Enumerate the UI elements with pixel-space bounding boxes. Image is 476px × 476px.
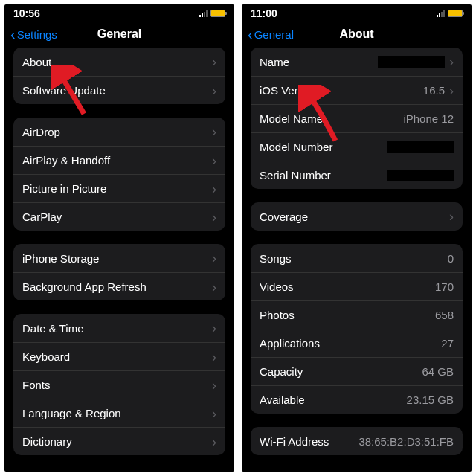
- settings-row[interactable]: CarPlay›: [13, 202, 225, 231]
- settings-row[interactable]: Background App Refresh›: [13, 272, 225, 300]
- row-label: Applications: [260, 337, 320, 350]
- settings-group: Name›iOS Version16.5›Model NameiPhone 12…: [251, 48, 463, 189]
- row-value: [387, 170, 454, 181]
- value-text: 170: [435, 280, 454, 293]
- signal-icon: [437, 10, 445, 17]
- value-text: 64 GB: [422, 365, 454, 378]
- status-bar: 11:00: [242, 4, 472, 21]
- settings-row[interactable]: Songs0: [251, 244, 463, 272]
- row-value: 23.15 GB: [407, 393, 454, 406]
- clock: 10:56: [13, 7, 40, 19]
- chevron-right-icon: ›: [212, 125, 216, 138]
- row-value: ›: [212, 154, 216, 167]
- row-label: Model Name: [260, 112, 323, 125]
- settings-row[interactable]: Wi-Fi Address38:65:B2:D3:51:FB: [251, 427, 463, 455]
- chevron-right-icon: ›: [212, 154, 216, 167]
- row-value: ›: [378, 55, 454, 68]
- row-label: Photos: [260, 309, 295, 321]
- chevron-right-icon: ›: [449, 55, 454, 68]
- row-label: Software Update: [22, 84, 106, 97]
- status-bar: 10:56: [4, 4, 234, 21]
- row-label: Picture in Picture: [22, 182, 106, 195]
- settings-row[interactable]: Name›: [251, 48, 463, 76]
- value-text: 0: [448, 252, 454, 265]
- row-value: 64 GB: [422, 365, 454, 378]
- row-value: ›: [449, 210, 454, 223]
- settings-row[interactable]: Fonts›: [13, 370, 225, 399]
- settings-row[interactable]: Model Number: [251, 132, 463, 161]
- settings-row[interactable]: Coverage›: [251, 202, 463, 231]
- settings-row[interactable]: Model NameiPhone 12: [251, 104, 463, 132]
- settings-group: AirDrop›AirPlay & Handoff›Picture in Pic…: [13, 118, 225, 231]
- row-value: ›: [212, 210, 216, 224]
- value-text: 38:65:B2:D3:51:FB: [358, 435, 454, 448]
- settings-group: iPhone Storage›Background App Refresh›: [13, 244, 225, 300]
- navbar: ‹ General About: [242, 21, 472, 48]
- status-right: [199, 10, 225, 17]
- settings-row[interactable]: Dictionary›: [13, 427, 225, 455]
- battery-icon: [448, 10, 463, 17]
- row-label: Dictionary: [22, 435, 72, 448]
- clock: 11:00: [251, 7, 277, 19]
- content-scroll[interactable]: Name›iOS Version16.5›Model NameiPhone 12…: [242, 48, 472, 472]
- settings-row[interactable]: Capacity64 GB: [251, 357, 463, 385]
- chevron-right-icon: ›: [212, 84, 216, 97]
- settings-row[interactable]: iPhone Storage›: [13, 244, 225, 272]
- content-scroll[interactable]: About›Software Update›AirDrop›AirPlay & …: [4, 48, 234, 472]
- chevron-left-icon: ‹: [248, 27, 253, 42]
- right-screenshot: 11:00 ‹ General About Name›iOS Version16…: [242, 4, 472, 472]
- row-value: ›: [212, 280, 216, 294]
- settings-group: About›Software Update›: [13, 48, 225, 104]
- signal-icon: [199, 10, 208, 17]
- settings-row[interactable]: Language & Region›: [13, 399, 225, 427]
- value-text: iPhone 12: [403, 112, 454, 125]
- row-label: Available: [260, 393, 305, 406]
- chevron-right-icon: ›: [212, 182, 216, 196]
- back-label: Settings: [17, 28, 57, 41]
- row-value: [387, 141, 454, 153]
- settings-row[interactable]: Software Update›: [13, 76, 225, 104]
- status-right: [437, 10, 463, 17]
- settings-row[interactable]: AirDrop›: [13, 118, 225, 146]
- row-label: CarPlay: [22, 210, 62, 223]
- row-label: Date & Time: [22, 322, 84, 335]
- redacted-value: [378, 56, 445, 68]
- chevron-right-icon: ›: [212, 280, 216, 294]
- chevron-left-icon: ‹: [10, 27, 16, 42]
- chevron-right-icon: ›: [449, 84, 454, 97]
- row-value: ›: [212, 182, 216, 196]
- row-value: ›: [212, 55, 216, 68]
- row-value: iPhone 12: [403, 112, 454, 125]
- settings-row[interactable]: About›: [13, 48, 225, 76]
- settings-row[interactable]: Available23.15 GB: [251, 385, 463, 414]
- row-label: AirPlay & Handoff: [22, 154, 110, 167]
- back-button[interactable]: ‹ General: [248, 27, 294, 42]
- settings-row[interactable]: Date & Time›: [13, 314, 225, 342]
- settings-row[interactable]: Videos170: [251, 272, 463, 300]
- row-label: Background App Refresh: [22, 280, 147, 293]
- row-value: ›: [212, 379, 216, 392]
- settings-row[interactable]: Applications27: [251, 329, 463, 357]
- row-label: Videos: [260, 280, 294, 293]
- row-label: Wi-Fi Address: [260, 435, 329, 448]
- settings-row[interactable]: Keyboard›: [13, 342, 225, 370]
- settings-row[interactable]: Picture in Picture›: [13, 174, 225, 202]
- back-label: General: [254, 28, 294, 41]
- row-value: ›: [212, 84, 216, 97]
- row-label: Capacity: [260, 365, 303, 378]
- page-title: About: [339, 28, 373, 41]
- settings-group: Coverage›: [251, 202, 463, 231]
- settings-row[interactable]: Serial Number: [251, 161, 463, 189]
- redacted-value: [387, 141, 454, 153]
- settings-row[interactable]: Photos658: [251, 300, 463, 329]
- row-value: 16.5›: [423, 84, 454, 97]
- value-text: 658: [435, 309, 454, 321]
- settings-group: Date & Time›Keyboard›Fonts›Language & Re…: [13, 314, 225, 455]
- settings-row[interactable]: AirPlay & Handoff›: [13, 146, 225, 174]
- settings-row[interactable]: iOS Version16.5›: [251, 76, 463, 104]
- row-value: ›: [212, 407, 216, 420]
- row-value: ›: [212, 350, 216, 364]
- back-button[interactable]: ‹ Settings: [10, 27, 57, 42]
- row-value: ›: [212, 125, 216, 138]
- row-label: Coverage: [260, 210, 308, 223]
